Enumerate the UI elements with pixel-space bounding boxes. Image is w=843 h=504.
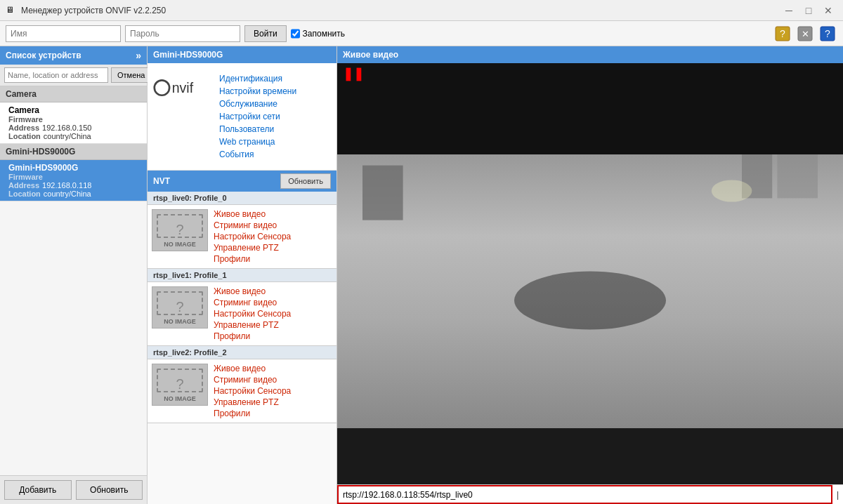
tools-icon-btn[interactable]: ✕: [795, 24, 815, 44]
window-controls: ─ □ ✕: [780, 4, 837, 18]
device-item-gmini[interactable]: Gmini-HDS9000G Firmware Address 192.168.…: [0, 160, 147, 201]
profile-2-header: rtsp_live2: Profile_2: [148, 346, 336, 359]
device-location-camera: Location country/China: [8, 132, 141, 140]
profile-0-live-video[interactable]: Живое видео: [214, 209, 291, 219]
svg-text:?: ?: [780, 28, 785, 39]
profile-0-noimgae-label: NO IMAGE: [164, 241, 196, 248]
video-area: ❚❚: [337, 63, 843, 428]
profile-1-profiles[interactable]: Профили: [214, 331, 291, 341]
app-icon: 🖥: [6, 5, 17, 16]
info-icon-btn[interactable]: ?: [818, 24, 837, 44]
menu-users[interactable]: Пользователи: [216, 124, 299, 135]
profile-2-profiles[interactable]: Профили: [214, 409, 291, 418]
profile-1-streaming[interactable]: Стриминг видео: [214, 298, 291, 307]
profile-2-links: Живое видео Стриминг видео Настройки Сен…: [214, 364, 291, 418]
video-url-bar: |: [337, 484, 843, 504]
settings-icon: ?: [775, 26, 790, 41]
profile-2-live-video[interactable]: Живое видео: [214, 364, 291, 373]
nvt-refresh-button[interactable]: Обновить: [280, 173, 331, 189]
info-icon: ?: [820, 26, 835, 41]
nvt-header: NVT Обновить: [148, 171, 336, 192]
tools-icon: ✕: [797, 26, 813, 41]
onvif-logo: nvif: [153, 70, 209, 105]
profile-1-section: rtsp_live1: Profile_1 ? NO IMAGE Живое в…: [148, 269, 336, 346]
svg-point-14: [514, 271, 666, 329]
remember-label[interactable]: Запомнить: [291, 25, 345, 42]
add-device-button[interactable]: Добавить: [4, 480, 72, 500]
device-address-gmini: Address 192.168.0.118: [8, 181, 141, 190]
profile-0-content: ? NO IMAGE Живое видео Стриминг видео На…: [148, 205, 336, 268]
username-input[interactable]: [6, 25, 121, 42]
profile-1-links: Живое видео Стриминг видео Настройки Сен…: [214, 286, 291, 341]
video-header: Живое видео: [337, 46, 843, 63]
toolbar: Войти Запомнить ? ✕ ?: [0, 21, 843, 46]
video-url-input[interactable]: [337, 485, 832, 504]
maximize-button[interactable]: □: [799, 4, 818, 18]
right-panel: Живое видео: [337, 46, 843, 504]
nvt-label: NVT: [153, 176, 170, 186]
search-input[interactable]: [4, 67, 108, 83]
login-button[interactable]: Войти: [244, 25, 287, 42]
main-layout: Список устройств » Отмена Camera Camera …: [0, 46, 843, 504]
profile-2-streaming[interactable]: Стриминг видео: [214, 375, 291, 385]
video-controls: ❚❚: [343, 67, 364, 80]
nvt-section: NVT Обновить rtsp_live0: Profile_0 ? NO …: [148, 171, 336, 423]
device-address-camera: Address 192.168.0.150: [8, 124, 141, 132]
profile-1-header: rtsp_live1: Profile_1: [148, 269, 336, 282]
menu-identification[interactable]: Идентификация: [216, 73, 299, 84]
profile-2-ptz[interactable]: Управление PTZ: [214, 397, 291, 407]
profile-2-content: ? NO IMAGE Живое видео Стриминг видео На…: [148, 359, 336, 423]
video-bottom-area: [337, 428, 843, 484]
video-overlay: [337, 63, 843, 428]
device-list: Camera Camera Firmware Address 192.168.0…: [0, 86, 147, 475]
device-item-camera[interactable]: Camera Firmware Address 192.168.0.150 Lo…: [0, 102, 147, 144]
profile-0-profiles[interactable]: Профили: [214, 254, 291, 264]
menu-network-settings[interactable]: Настройки сети: [216, 111, 299, 122]
svg-text:✕: ✕: [802, 29, 809, 39]
profile-1-dashes: [157, 291, 203, 315]
profile-1-sensor[interactable]: Настройки Сенсора: [214, 309, 291, 319]
refresh-devices-button[interactable]: Обновить: [76, 480, 143, 500]
remember-checkbox[interactable]: [291, 25, 300, 42]
svg-rect-12: [777, 154, 818, 198]
help-icon-btn[interactable]: ?: [773, 24, 792, 44]
sidebar-title: Список устройств: [6, 51, 81, 60]
menu-maintenance[interactable]: Обслуживание: [216, 98, 299, 110]
menu-events[interactable]: События: [216, 149, 299, 160]
svg-point-6: [155, 80, 169, 95]
close-button[interactable]: ✕: [819, 4, 837, 18]
sidebar-footer: Добавить Обновить: [0, 475, 147, 504]
profile-1-live-video[interactable]: Живое видео: [214, 286, 291, 296]
profile-0-sensor[interactable]: Настройки Сенсора: [214, 232, 291, 241]
profile-0-ptz[interactable]: Управление PTZ: [214, 243, 291, 253]
profile-0-header: rtsp_live0: Profile_0: [148, 192, 336, 205]
minimize-button[interactable]: ─: [780, 4, 798, 18]
profile-0-streaming[interactable]: Стриминг видео: [214, 220, 291, 230]
sidebar-header: Список устройств »: [0, 46, 147, 65]
profile-0-links: Живое видео Стриминг видео Настройки Сен…: [214, 209, 291, 264]
menu-time-settings[interactable]: Настройки времени: [216, 86, 299, 97]
profile-1-noimage-label: NO IMAGE: [164, 318, 196, 325]
cancel-search-button[interactable]: Отмена: [111, 67, 151, 83]
device-group-camera: Camera: [0, 86, 147, 102]
profile-1-ptz[interactable]: Управление PTZ: [214, 320, 291, 330]
svg-text:?: ?: [825, 28, 830, 39]
sidebar-collapse-icons: »: [136, 50, 141, 61]
profile-1-content: ? NO IMAGE Живое видео Стриминг видео На…: [148, 282, 336, 345]
sidebar: Список устройств » Отмена Camera Camera …: [0, 46, 148, 504]
device-panel-title: Gmini-HDS9000G: [153, 50, 223, 60]
device-menu-links: Идентификация Настройки времени Обслужив…: [216, 70, 299, 163]
device-info-section: nvif Идентификация Настройки времени Обс…: [148, 63, 336, 171]
collapse-icon[interactable]: »: [136, 50, 141, 61]
device-panel-header: Gmini-HDS9000G: [148, 46, 336, 63]
video-scene: [337, 63, 843, 428]
profile-2-sensor[interactable]: Настройки Сенсора: [214, 386, 291, 396]
pause-button[interactable]: ❚❚: [343, 67, 364, 80]
menu-web-page[interactable]: Web страница: [216, 136, 299, 147]
profile-2-thumbnail: ? NO IMAGE: [152, 364, 208, 406]
device-group-gmini: Gmini-HDS9000G: [0, 144, 147, 160]
toolbar-icons: ? ✕ ?: [773, 24, 837, 44]
password-input[interactable]: [125, 25, 240, 42]
titlebar: 🖥 Менеджер устройств ONVIF v2.2.250 ─ □ …: [0, 0, 843, 21]
svg-rect-10: [362, 166, 403, 220]
